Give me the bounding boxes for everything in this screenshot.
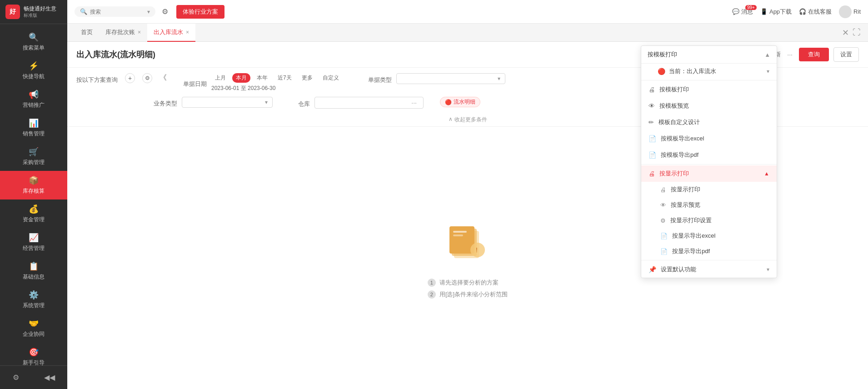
tab-maximize-icon[interactable]: ⛶ [853,28,861,37]
dropdown-header-collapse-arrow[interactable]: ▲ [764,51,770,58]
sales-icon: 📊 [29,118,39,128]
template-custom-item[interactable]: ✏ 模板自定义设计 [641,114,777,130]
date-tab-recent-7[interactable]: 近7天 [274,73,295,83]
sidebar-item-operation[interactable]: 📈经营管理 [0,228,67,257]
display-export-pdf-item[interactable]: 📄 按显示导出pdf [641,244,777,259]
voucher-type-select[interactable]: ▾ [396,73,505,84]
sidebar-item-marketing[interactable]: 📢营销推广 [0,85,67,114]
print-dropdown-panel: 按模板打印 ▲ 🔴 当前：出入库流水 ▾ 🖨 按模板打印 👁 按模板预览 ✏ 模… [641,45,777,278]
inventory-label: 库存核算 [23,187,45,195]
set-default-item[interactable]: 📌 设置默认功能 ▾ [641,261,777,278]
display-export-pdf-label: 按显示导出pdf [672,247,710,255]
search-input[interactable] [90,9,145,15]
tab-batch-account-label: 库存批次账 [105,28,135,36]
sidebar-item-system[interactable]: ⚙️系统管理 [0,285,67,314]
topbar-right: 💬 消息 99+ 📱 App下载 🎧 在线客服 Rit [732,5,861,18]
trial-btn[interactable]: 体验行业方案 [176,5,224,19]
filter-tag: 🔴 流水明细 [440,97,480,107]
svg-rect-4 [453,234,463,236]
tab-close-all-icon[interactable]: ✕ [842,28,849,38]
tab-flow-close[interactable]: × [186,29,189,35]
filter-tag-label: 流水明细 [454,98,475,106]
operation-icon: 📈 [29,233,39,243]
tab-home[interactable]: 首页 [75,24,99,42]
tab-batch-account-close[interactable]: × [138,29,141,35]
display-preview-item[interactable]: 👁 按显示预览 [641,197,777,213]
sales-label: 销售管理 [23,130,45,138]
date-tab-prev-month[interactable]: 上月 [211,73,229,83]
bottom-collapse-icon[interactable]: ◀◀ [41,370,58,384]
filter-add-btn[interactable]: + [125,73,135,83]
template-export-pdf-item[interactable]: 📄 按模板导出pdf [641,147,777,163]
display-export-excel-item[interactable]: 📄 按显示导出excel [641,228,777,244]
display-export-excel-label: 按显示导出excel [672,232,715,240]
system-label: 系统管理 [23,302,45,309]
finance-label: 资金管理 [23,216,45,224]
sidebar-item-purchase[interactable]: 🛒采购管理 [0,142,67,171]
purchase-label: 采购管理 [23,159,45,166]
template-print-icon: 🖨 [649,86,655,93]
topbar-settings-icon[interactable]: ⚙ [162,7,168,16]
display-print-group-item[interactable]: 🖨 按显示打印 ▲ [641,165,777,182]
current-template-text: 当前：出入库流水 [669,67,716,75]
date-tab-custom[interactable]: 自定义 [319,73,343,83]
system-icon: ⚙️ [29,290,39,300]
date-tab-more[interactable]: 更多 [298,73,316,83]
quick-nav-icon: ⚡ [29,61,39,71]
business-type-select[interactable]: ▾ [182,97,273,108]
template-export-excel-item[interactable]: 📄 按模板导出excel [641,130,777,147]
page-title: 出入库流水(流水明细) [76,49,155,60]
template-print-item[interactable]: 🖨 按模板打印 [641,81,777,98]
bottom-settings-icon[interactable]: ⚙ [10,370,22,384]
date-tab-current-year[interactable]: 本年 [253,73,271,83]
display-print-settings-item[interactable]: ⚙ 按显示打印设置 [641,213,777,228]
current-template-arrow[interactable]: ▾ [767,68,769,75]
sidebar-item-quick-nav[interactable]: ⚡快捷导航 [0,56,67,85]
marketing-label: 营销推广 [23,101,45,109]
settings-btn[interactable]: 设置 [833,47,859,62]
warehouse-group: 仓库 ··· [298,97,424,109]
user-avatar-area[interactable]: Rit [839,5,861,18]
messages-badge: 99+ [745,5,757,10]
business-type-arrow: ▾ [265,99,268,105]
display-print-group-icon: 🖨 [649,170,655,177]
warehouse-select[interactable]: ··· [314,97,424,109]
app-download-btn[interactable]: 📱 App下载 [760,8,792,16]
quick-nav-label: 快捷导航 [23,73,45,80]
online-service-btn[interactable]: 🎧 在线客服 [799,8,832,16]
current-template-label: 🔴 当前：出入库流水 [658,67,716,75]
sidebar-item-sales[interactable]: 📊销售管理 [0,114,67,142]
topbar-search-box[interactable]: 🔍 ▾ [75,6,155,17]
current-template-icon: 🔴 [658,68,665,75]
set-default-icon: 📌 [649,266,656,273]
search-label: 搜索菜单 [23,44,45,52]
empty-step-2: 2 用[选]条件来缩小分析范围 [428,290,508,299]
template-preview-item[interactable]: 👁 按模板预览 [641,98,777,114]
sidebar-item-cooperation[interactable]: 🤝企业协同 [0,314,67,343]
tab-batch-account[interactable]: 库存批次账× [99,24,147,42]
logo-name: 畅捷通好生意 [24,5,56,13]
warehouse-more-btn[interactable]: ··· [409,99,419,106]
query-btn[interactable]: 查询 [799,48,829,61]
warehouse-input[interactable] [319,100,408,106]
display-print-group-arrow[interactable]: ▲ [764,170,769,177]
display-print-item[interactable]: 🖨 按显示打印 [641,182,777,197]
date-tab-current-month[interactable]: 本月 [232,73,250,83]
user-name: Rit [853,8,861,15]
tab-flow[interactable]: 出入库流水× [147,24,195,42]
sidebar-item-basic[interactable]: 📋基础信息 [0,257,67,285]
more-options-btn[interactable]: ··· [785,51,794,58]
logo-text-area: 畅捷通好生意 标准版 [24,5,56,19]
template-export-pdf-label: 按模板导出pdf [661,151,698,159]
search-dropdown-icon[interactable]: ▾ [147,9,150,15]
filter-collapse-btn[interactable]: 《 [160,73,167,83]
sidebar-item-inventory[interactable]: 📦库存核算 [0,171,67,199]
sidebar-item-guide[interactable]: 🎯新手引导 [0,343,67,365]
messages-btn[interactable]: 💬 消息 99+ [732,8,753,16]
filter-setting-btn[interactable]: ⚙ [142,73,152,83]
inventory-icon: 📦 [29,175,39,185]
sidebar-item-finance[interactable]: 💰资金管理 [0,199,67,228]
purchase-icon: 🛒 [29,147,39,157]
sidebar-item-search[interactable]: 🔍搜索菜单 [0,28,67,56]
cooperation-label: 企业协同 [23,330,45,338]
